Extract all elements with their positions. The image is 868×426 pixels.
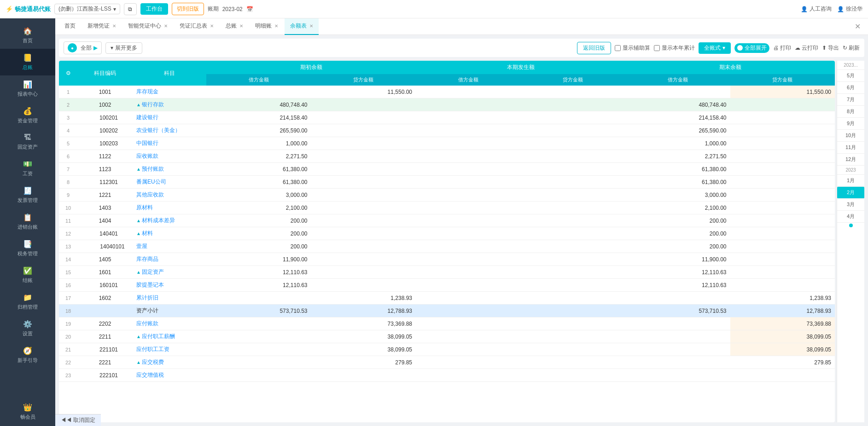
row-cp-debit <box>416 150 521 163</box>
sidebar-item-reports[interactable]: 📊 报表中心 <box>0 75 55 102</box>
company-selector[interactable]: (勿删）江西脸圣-LSS ▾ <box>54 4 120 14</box>
timeline-month-3[interactable]: 3月 <box>837 199 864 211</box>
sidebar-item-settings[interactable]: ⚙️ 设置 <box>0 315 55 342</box>
sidebar-item-assets[interactable]: 🏗 固定资产 <box>0 129 55 155</box>
row-cp-credit <box>521 279 626 292</box>
sidebar-item-close[interactable]: ✅ 结账 <box>0 262 55 288</box>
tab-detail-close[interactable]: ✕ <box>274 23 278 29</box>
row-name[interactable]: ▲应付职工薪酬 <box>133 330 206 343</box>
style-button[interactable]: 全账式 ▾ <box>699 42 731 54</box>
row-name[interactable]: 番属EU公司 <box>133 176 206 189</box>
sidebar-item-tax[interactable]: 📑 税务管理 <box>0 235 55 262</box>
tab-general-close[interactable]: ✕ <box>239 23 243 29</box>
switch-version-button[interactable]: 切到旧版 <box>172 3 204 15</box>
timeline-month-2[interactable]: 2月 <box>837 187 864 199</box>
filter-all-button[interactable]: ● 全部 ▶ <box>64 41 102 54</box>
tab-home[interactable]: 首页 <box>59 18 81 35</box>
expand-all-toggle[interactable]: 全部展开 <box>734 43 769 53</box>
tab-smart-close[interactable]: ✕ <box>164 23 168 29</box>
row-name[interactable]: 应付职工工资 <box>133 343 206 356</box>
sidebar-label-close: 结账 <box>23 277 33 284</box>
tab-general-ledger[interactable]: 总账 ✕ <box>220 18 249 35</box>
timeline-month-5[interactable]: 5月 <box>837 70 864 82</box>
row-cp-credit <box>521 124 626 137</box>
tab-balance-close[interactable]: ✕ <box>309 23 313 29</box>
row-name[interactable]: 库存商品 <box>133 253 206 266</box>
sidebar-item-purchase[interactable]: 📋 进销台账 <box>0 208 55 235</box>
sidebar-item-ledger[interactable]: 📒 总账 <box>0 49 55 75</box>
workbench-button[interactable]: 工作台 <box>140 3 168 15</box>
row-name[interactable]: 库存现金 <box>133 86 206 98</box>
tab-new-voucher[interactable]: 新增凭证 ✕ <box>82 18 122 35</box>
cloud-print-button[interactable]: ☁ 云打印 <box>795 44 818 52</box>
timeline-month-4[interactable]: 4月 <box>837 211 864 223</box>
row-num: 5 <box>59 137 77 150</box>
row-pe-debit: 265,590.00 <box>625 124 730 137</box>
row-name[interactable]: ▲材料成本差异 <box>133 214 206 227</box>
row-name[interactable]: 壹屋 <box>133 240 206 253</box>
cloud-print-label: 云打印 <box>802 44 818 52</box>
row-pb-debit: 573,710.53 <box>206 305 311 317</box>
row-name[interactable]: 应付账款 <box>133 317 206 330</box>
row-name[interactable]: ▲固定资产 <box>133 266 206 279</box>
row-cp-debit <box>416 369 521 382</box>
row-name[interactable]: 累计折旧 <box>133 292 206 305</box>
export-button[interactable]: ⬆ 导出 <box>822 44 839 52</box>
filter-arrow: ▶ <box>93 45 98 51</box>
row-num: 17 <box>59 292 77 305</box>
refresh-button[interactable]: ↻ 刷新 <box>843 44 860 52</box>
row-name[interactable]: 其他应收款 <box>133 189 206 201</box>
tab-voucher-summary-close[interactable]: ✕ <box>210 23 214 29</box>
row-name[interactable]: ▲应交税费 <box>133 356 206 369</box>
row-cp-credit <box>521 292 626 305</box>
timeline-month-1[interactable]: 1月 <box>837 175 864 187</box>
main-layout: 🏠 首页 📒 总账 📊 报表中心 💰 资金管理 🏗 固定资产 💵 工资 <box>0 18 868 426</box>
row-name[interactable]: 应收账款 <box>133 150 206 163</box>
sidebar-item-guide[interactable]: 🧭 新手引导 <box>0 342 55 368</box>
tab-more-button[interactable]: ✕ <box>851 22 864 31</box>
timeline-month-11[interactable]: 11月 <box>837 142 864 154</box>
logo-icon: ⚡ <box>6 6 13 12</box>
timeline-month-9[interactable]: 9月 <box>837 118 864 130</box>
row-name[interactable]: 农业银行（美金） <box>133 124 206 137</box>
tab-balance[interactable]: 余额表 ✕ <box>285 18 319 35</box>
copy-button[interactable]: ⧉ <box>124 3 137 15</box>
row-code: 221101 <box>77 343 133 356</box>
print-button[interactable]: 🖨 打印 <box>773 44 791 52</box>
tab-new-voucher-close[interactable]: ✕ <box>112 23 116 29</box>
row-name[interactable]: 原材料 <box>133 201 206 214</box>
row-pb-debit: 61,380.00 <box>206 176 311 189</box>
row-name[interactable]: 应交增值税 <box>133 369 206 382</box>
row-name[interactable]: 胶提墨记本 <box>133 279 206 292</box>
show-ytd-check[interactable]: 显示本年累计 <box>654 44 695 52</box>
sidebar-item-funds[interactable]: 💰 资金管理 <box>0 102 55 129</box>
back-old-version-button[interactable]: 返回旧版 <box>577 42 611 54</box>
expand-more-button[interactable]: ▾ 展开更多 <box>105 42 142 54</box>
row-name[interactable]: ▲材料 <box>133 227 206 240</box>
consult-button[interactable]: 👤 人工咨询 <box>801 5 832 13</box>
timeline-dot[interactable] <box>849 224 853 227</box>
row-name[interactable]: 中国银行 <box>133 137 206 150</box>
sidebar-item-wages[interactable]: 💵 工资 <box>0 155 55 182</box>
ytd-checkbox[interactable] <box>654 45 660 51</box>
sidebar-label-purchase: 进销台账 <box>17 224 38 230</box>
sidebar-item-invoice[interactable]: 🧾 发票管理 <box>0 182 55 208</box>
sidebar-item-member[interactable]: 👑 畅会员 <box>0 398 55 426</box>
timeline-month-6[interactable]: 6月 <box>837 82 864 94</box>
row-name[interactable]: ▲银行存款 <box>133 98 206 111</box>
sidebar-item-archive[interactable]: 📁 归档管理 <box>0 288 55 315</box>
timeline-month-8[interactable]: 8月 <box>837 106 864 118</box>
tab-smart-voucher[interactable]: 智能凭证中心 ✕ <box>122 18 173 35</box>
row-name[interactable]: ▲预付账款 <box>133 163 206 176</box>
user-profile[interactable]: 👤 徐泾华 <box>837 5 862 13</box>
tab-voucher-summary[interactable]: 凭证汇总表 ✕ <box>174 18 219 35</box>
row-pb-credit: 279.85 <box>311 356 416 369</box>
aux-checkbox[interactable] <box>615 45 621 51</box>
sidebar-item-home[interactable]: 🏠 首页 <box>0 22 55 49</box>
row-name[interactable]: 建设银行 <box>133 111 206 124</box>
timeline-month-12[interactable]: 12月 <box>837 154 864 166</box>
tab-detail-ledger[interactable]: 明细账 ✕ <box>250 18 284 35</box>
timeline-month-7[interactable]: 7月 <box>837 94 864 106</box>
show-aux-check[interactable]: 显示辅助算 <box>615 44 650 52</box>
timeline-month-10[interactable]: 10月 <box>837 130 864 142</box>
